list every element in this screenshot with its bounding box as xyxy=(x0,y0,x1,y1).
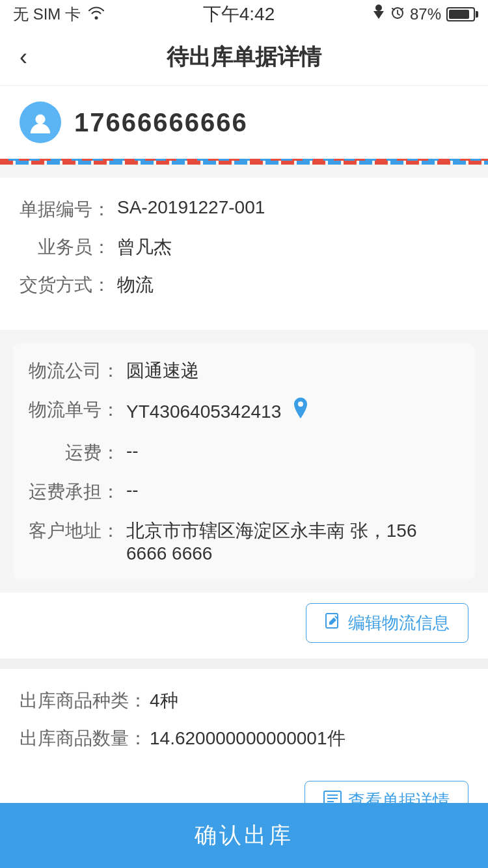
freight-value: -- xyxy=(126,441,459,461)
sales-person-label: 业务员： xyxy=(20,235,111,260)
address-label: 客户地址： xyxy=(29,519,120,543)
edit-logistics-label: 编辑物流信息 xyxy=(348,612,450,634)
goods-types-value: 4种 xyxy=(150,688,178,713)
nav-bar: ‹ 待出库单据详情 xyxy=(0,29,488,86)
battery-percent: 87% xyxy=(410,5,441,23)
document-number-row: 单据编号： SA-20191227-001 xyxy=(20,197,468,222)
logistics-tracking-row: 物流单号： YT4306405342413 xyxy=(29,398,459,426)
avatar xyxy=(20,102,61,143)
goods-types-row: 出库商品种类： 4种 xyxy=(20,688,468,713)
wifi-icon xyxy=(87,5,105,23)
edit-logistics-button[interactable]: 编辑物流信息 xyxy=(306,603,468,643)
delivery-method-value: 物流 xyxy=(117,273,468,297)
logistics-tracking-label: 物流单号： xyxy=(29,398,120,422)
battery-icon xyxy=(446,7,475,21)
goods-quantity-row: 出库商品数量： 14.620000000000001件 xyxy=(20,726,468,751)
tracking-location-icon[interactable] xyxy=(290,398,311,426)
edit-icon xyxy=(325,612,342,634)
sim-label: 无 SIM 卡 xyxy=(13,4,81,25)
logistics-company-label: 物流公司： xyxy=(29,359,120,383)
address-row: 客户地址： 北京市市辖区海淀区永丰南 张，156 6666 6666 xyxy=(29,519,459,564)
delivery-method-label: 交货方式： xyxy=(20,273,111,297)
logistics-card: 物流公司： 圆通速递 物流单号： YT4306405342413 运费： -- … xyxy=(13,343,475,580)
section-separator-1 xyxy=(0,658,488,669)
freight-row: 运费： -- xyxy=(29,441,459,465)
document-number-label: 单据编号： xyxy=(20,197,111,222)
page-title: 待出库单据详情 xyxy=(167,42,321,72)
logistics-company-row: 物流公司： 圆通速递 xyxy=(29,359,459,383)
document-number-value: SA-20191227-001 xyxy=(117,197,468,218)
back-button[interactable]: ‹ xyxy=(20,44,27,71)
freight-bearer-row: 运费承担： -- xyxy=(29,480,459,504)
goods-quantity-label: 出库商品数量： xyxy=(20,726,150,751)
customer-phone: 17666666666 xyxy=(74,108,248,137)
goods-section: 出库商品种类： 4种 出库商品数量： 14.620000000000001件 xyxy=(0,669,488,774)
status-bar: 无 SIM 卡 下午4:42 87% xyxy=(0,0,488,29)
status-time: 下午4:42 xyxy=(203,2,275,27)
edit-btn-row: 编辑物流信息 xyxy=(0,593,488,658)
status-left: 无 SIM 卡 xyxy=(13,4,105,25)
confirm-button-label: 确认出库 xyxy=(195,821,293,850)
delivery-method-row: 交货方式： 物流 xyxy=(20,273,468,297)
dashed-divider xyxy=(0,161,488,165)
freight-bearer-value: -- xyxy=(126,480,459,500)
freight-label: 运费： xyxy=(29,441,120,465)
alarm-icon xyxy=(390,5,405,23)
basic-info-section: 单据编号： SA-20191227-001 业务员： 曾凡杰 交货方式： 物流 xyxy=(0,178,488,330)
goods-types-label: 出库商品种类： xyxy=(20,688,150,713)
sales-person-row: 业务员： 曾凡杰 xyxy=(20,235,468,260)
sales-person-value: 曾凡杰 xyxy=(117,235,468,260)
svg-point-1 xyxy=(35,115,45,124)
goods-quantity-value: 14.620000000000001件 xyxy=(150,726,346,751)
customer-header: 17666666666 xyxy=(0,86,488,161)
address-value: 北京市市辖区海淀区永丰南 张，156 6666 6666 xyxy=(126,519,459,564)
logistics-tracking-value: YT4306405342413 xyxy=(126,398,459,426)
logistics-company-value: 圆通速递 xyxy=(126,359,459,383)
freight-bearer-label: 运费承担： xyxy=(29,480,120,504)
status-right: 87% xyxy=(372,5,475,24)
confirm-button-bar[interactable]: 确认出库 xyxy=(0,803,488,868)
location-status-icon xyxy=(372,5,385,24)
